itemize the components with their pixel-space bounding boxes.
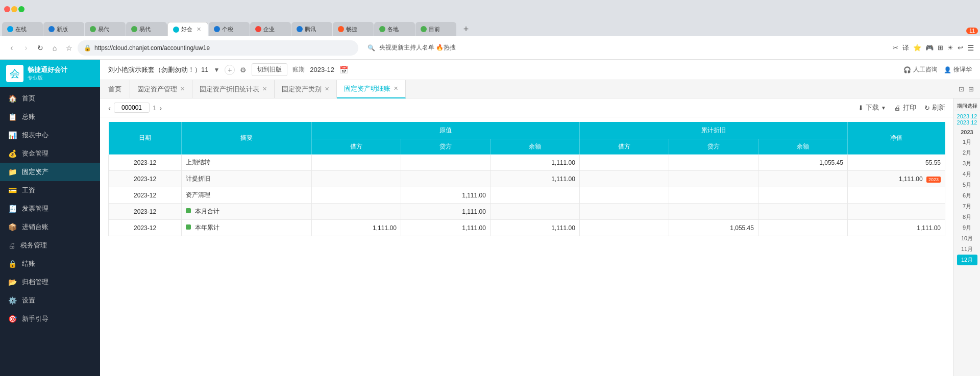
account-dropdown[interactable]: ▼ bbox=[213, 66, 219, 73]
period-month-7[interactable]: 7月 bbox=[957, 201, 977, 212]
browser-tab-qiye[interactable]: 企业 bbox=[250, 22, 291, 36]
next-page-btn[interactable]: › bbox=[159, 104, 162, 112]
sidebar-item-settings[interactable]: ⚙️ 设置 bbox=[0, 291, 100, 310]
tab-close-1[interactable]: ✕ bbox=[180, 86, 185, 92]
row5-accum-credit: 1,055.45 bbox=[669, 220, 758, 236]
nav-home[interactable]: ⌂ bbox=[49, 42, 60, 54]
period-month-10[interactable]: 10月 bbox=[957, 233, 977, 244]
sidebar-item-salary[interactable]: 💳 工资 bbox=[0, 181, 100, 199]
nav-forward[interactable]: › bbox=[20, 42, 32, 54]
tab-close-4[interactable]: ✕ bbox=[394, 85, 398, 92]
tab-close-3[interactable]: ✕ bbox=[325, 86, 329, 92]
nav-reload[interactable]: ↻ bbox=[35, 42, 46, 54]
browser-tab-gedi[interactable]: 各地 bbox=[374, 22, 415, 36]
tab-depreciation-stats[interactable]: 固定资产折旧统计表 ✕ bbox=[192, 80, 275, 98]
green-dot-4 bbox=[186, 208, 191, 213]
table-row: 2023-12 计提折旧 1,111.00 bbox=[109, 171, 945, 187]
page-number-input[interactable] bbox=[114, 103, 150, 113]
browser-tab-online[interactable]: 在线 bbox=[2, 22, 43, 36]
row3-orig-credit: 1,111.00 bbox=[401, 187, 490, 204]
calendar-icon[interactable]: 📅 bbox=[339, 66, 348, 74]
table-wrapper: 日期 摘要 原值 累计折旧 净值 借方 贷方 余额 借方 bbox=[100, 117, 953, 376]
period-month-5[interactable]: 5月 bbox=[957, 180, 977, 190]
period-month-9[interactable]: 9月 bbox=[957, 222, 977, 233]
nav-bookmark[interactable]: ☆ bbox=[63, 42, 75, 54]
page-separator: 1 bbox=[153, 104, 156, 112]
prev-page-btn[interactable]: ‹ bbox=[108, 104, 111, 112]
ext-translate[interactable]: 译 bbox=[902, 43, 909, 53]
period-month-2[interactable]: 2月 bbox=[957, 147, 977, 158]
sidebar-item-home[interactable]: 🏠 首页 bbox=[0, 89, 100, 108]
sidebar-item-fixed-assets[interactable]: 📁 固定资产 bbox=[0, 163, 100, 181]
row3-date: 2023-12 bbox=[109, 187, 182, 204]
headset-icon: 🎧 bbox=[903, 66, 911, 73]
tab-haohui-close[interactable]: ✕ bbox=[197, 26, 201, 33]
tab-close-2[interactable]: ✕ bbox=[262, 86, 267, 92]
row4-date: 2023-12 bbox=[109, 204, 182, 220]
download-btn[interactable]: ⬇ 下载 ▼ bbox=[858, 103, 886, 112]
browser-tab-mubiao[interactable]: 目前 bbox=[415, 22, 456, 36]
ext-grid[interactable]: ⊞ bbox=[938, 44, 943, 52]
row5-orig-balance: 1,111.00 bbox=[490, 220, 579, 236]
browser-tab-geshui[interactable]: 个税 bbox=[209, 22, 250, 36]
row1-date: 2023-12 bbox=[109, 155, 182, 171]
ext-btn1[interactable]: ✂ bbox=[893, 44, 898, 52]
archive-icon: 📂 bbox=[8, 278, 17, 286]
sidebar-item-guide[interactable]: 🎯 新手引导 bbox=[0, 310, 100, 328]
ext-undo[interactable]: ↩ bbox=[958, 44, 963, 52]
col-orig-balance: 余额 bbox=[490, 139, 579, 155]
browser-tab-tengxun[interactable]: 腾讯 bbox=[291, 22, 332, 36]
content-toolbar: ‹ 1 › ⬇ 下载 ▼ 🖨 打印 bbox=[100, 98, 953, 117]
new-tab-button[interactable]: + bbox=[459, 22, 473, 36]
browser-tab-yidai2[interactable]: 易代 bbox=[126, 22, 167, 36]
period-selected-date2[interactable]: 2023.12 bbox=[957, 119, 977, 126]
sidebar-item-reports[interactable]: 📊 报表中心 bbox=[0, 126, 100, 144]
sidebar-item-archive[interactable]: 📂 归档管理 bbox=[0, 273, 100, 291]
period-month-6[interactable]: 6月 bbox=[957, 190, 977, 201]
settings-icon: ⚙️ bbox=[8, 296, 17, 305]
print-btn[interactable]: 🖨 打印 bbox=[894, 103, 916, 112]
tab-asset-detail[interactable]: 固定资产明细账 ✕ bbox=[337, 80, 406, 98]
nav-back[interactable]: ‹ bbox=[6, 42, 17, 54]
ext-menu[interactable]: ☰ bbox=[967, 43, 974, 53]
sidebar-item-ledger[interactable]: 📋 总账 bbox=[0, 108, 100, 126]
ext-btn3[interactable]: ⭐ bbox=[913, 44, 921, 52]
address-bar[interactable]: 🔒 https://cloud.chanjet.com/accounting/u… bbox=[78, 40, 358, 56]
period-month-12[interactable]: 12月 bbox=[957, 255, 977, 265]
sidebar-item-closing[interactable]: 🔒 结账 bbox=[0, 255, 100, 273]
period-month-11[interactable]: 11月 bbox=[957, 244, 977, 255]
period-month-4[interactable]: 4月 bbox=[957, 169, 977, 180]
help-btn[interactable]: 🎧 人工咨询 bbox=[903, 65, 938, 74]
tab-qiye-label: 企业 bbox=[263, 26, 275, 33]
refresh-btn[interactable]: ↻ 刷新 bbox=[924, 103, 945, 112]
period-month-8[interactable]: 8月 bbox=[957, 212, 977, 222]
period-year-2023[interactable]: 2023 bbox=[957, 128, 977, 137]
sidebar-item-inventory[interactable]: 📦 进销台账 bbox=[0, 218, 100, 236]
browser-tab-haohui[interactable]: 好会 ✕ bbox=[167, 22, 208, 36]
tab-close-all[interactable]: ⊡ ⊞ bbox=[952, 85, 980, 93]
tab-gedi-label: 各地 bbox=[387, 26, 399, 33]
browser-tab-changjie[interactable]: 畅捷 bbox=[333, 22, 374, 36]
ext-sun[interactable]: ☀ bbox=[947, 44, 953, 52]
sidebar-home-label: 首页 bbox=[22, 94, 35, 103]
content-area: ‹ 1 › ⬇ 下载 ▼ 🖨 打印 bbox=[100, 98, 980, 376]
switch-version-btn[interactable]: 切到旧版 bbox=[252, 63, 287, 76]
period-selected-date1[interactable]: 2023.12 bbox=[957, 113, 977, 119]
tab-asset-category[interactable]: 固定资产类别 ✕ bbox=[275, 80, 337, 98]
browser-tab-new[interactable]: 新版 bbox=[43, 22, 84, 36]
settings-btn[interactable]: ⚙ bbox=[240, 66, 247, 74]
browser-tab-yidai1[interactable]: 易代 bbox=[85, 22, 126, 36]
period-month-1[interactable]: 1月 bbox=[957, 137, 977, 147]
row3-summary: 资产清理 bbox=[182, 187, 312, 204]
user-avatar[interactable]: 👤 徐译华 bbox=[944, 65, 972, 74]
add-account-btn[interactable]: + bbox=[225, 65, 235, 75]
sidebar-item-funds[interactable]: 💰 资金管理 bbox=[0, 144, 100, 163]
sidebar-item-invoice[interactable]: 🧾 发票管理 bbox=[0, 199, 100, 218]
tab-home[interactable]: 首页 bbox=[100, 80, 130, 98]
tax-icon: 🖨 bbox=[8, 241, 15, 249]
sidebar-item-tax[interactable]: 🖨 税务管理 bbox=[0, 236, 100, 255]
sidebar-salary-label: 工资 bbox=[22, 186, 35, 195]
ext-btn4[interactable]: 🎮 bbox=[925, 44, 934, 52]
period-month-3[interactable]: 3月 bbox=[957, 158, 977, 169]
tab-fixed-assets-mgmt[interactable]: 固定资产管理 ✕ bbox=[130, 80, 192, 98]
